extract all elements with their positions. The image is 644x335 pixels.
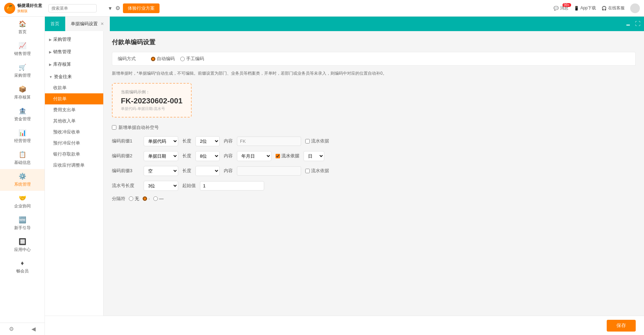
start-val-input[interactable] <box>200 181 264 190</box>
serial-len-select[interactable]: 3位 <box>144 181 178 191</box>
topbar-right: 💬 消息 99+ 📱 App下载 🎧 在线客服 <box>554 3 640 13</box>
dropdown-icon[interactable]: ▼ <box>108 6 113 11</box>
chevron-right-icon: ▶ <box>49 50 52 54</box>
sidebar-item-enterprise[interactable]: 🤝 企业协同 <box>0 191 45 213</box>
waterflow2-checkbox[interactable] <box>276 154 280 158</box>
sidebar-item-guide[interactable]: 🆕 新手引导 <box>0 213 45 234</box>
sidebar-item-basic[interactable]: 📋 基础信息 <box>0 147 45 169</box>
encode-method-label: 编码方式 <box>118 56 145 62</box>
sub-group-purchase: ▶ 采购管理 <box>45 34 103 45</box>
prefix1-select[interactable]: 单据代码 <box>144 136 178 146</box>
settings-icon[interactable]: ⚙ <box>115 5 120 11</box>
sub-sidebar: ▶ 采购管理 ▶ 销售管理 ▶ 库存核算 <box>45 31 104 316</box>
sep-dash-radio[interactable] <box>153 196 158 201</box>
chevron-down-icon: ▼ <box>49 75 52 79</box>
sidebar-bottom: ⚙ ◀ <box>0 323 45 335</box>
prefix3-select[interactable]: 空 <box>144 166 178 176</box>
sub-group-purchase-header[interactable]: ▶ 采购管理 <box>45 34 103 45</box>
sidebar-item-appstore[interactable]: 🔲 应用中心 <box>0 234 45 256</box>
sub-group-sales-header[interactable]: ▶ 销售管理 <box>45 46 103 57</box>
radio-manual-input[interactable] <box>180 57 185 61</box>
tab-minimize-icon[interactable]: 🗕 <box>625 21 631 27</box>
preview-box: 当前编码示例： FK-20230602-001 单据代码-单据日期-流水号 <box>112 83 192 118</box>
appstore-icon: 🔲 <box>19 238 26 245</box>
auto-fill-checkbox[interactable] <box>112 125 116 130</box>
content2-select[interactable]: 年月日 <box>237 151 271 161</box>
len1-select[interactable]: 2位 <box>195 136 220 146</box>
waterflow2-item: 流水依据 <box>276 153 299 159</box>
sub-item-pre-payment[interactable]: 预付冲应付单 <box>45 138 103 149</box>
logo-text: 畅捷通好生意 旗舰版 <box>17 3 42 13</box>
sep-none-radio[interactable] <box>129 196 133 201</box>
sub-item-payment[interactable]: 付款单 <box>45 93 103 104</box>
sidebar-settings-icon[interactable]: ⚙ <box>9 326 14 332</box>
tab-close-icon[interactable]: ✕ <box>100 21 104 26</box>
headset-icon: 🎧 <box>602 6 607 11</box>
sep-none-label[interactable]: 无 <box>129 196 139 202</box>
waterflow1-checkbox[interactable] <box>305 139 310 143</box>
auto-fill-row: 新增单据自动补空号 <box>112 124 636 131</box>
guide-icon: 🆕 <box>19 216 26 224</box>
mobile-icon: 📱 <box>574 6 579 11</box>
content2-label: 内容 <box>224 153 233 159</box>
home-icon: 🏠 <box>19 20 26 28</box>
prefix1-label: 编码前缀1 <box>112 138 140 144</box>
encode-method-bar: 编码方式 自动编码 手工编码 <box>112 52 636 66</box>
main-content: ▶ 采购管理 ▶ 销售管理 ▶ 库存核算 <box>45 31 644 316</box>
sidebar: 🏠 首页 📈 销售管理 🛒 采购管理 📦 库存核算 🏦 资金管理 📊 经营管理 … <box>0 17 45 335</box>
main-layout: 🏠 首页 📈 销售管理 🛒 采购管理 📦 库存核算 🏦 资金管理 📊 经营管理 … <box>0 17 644 335</box>
app-download-button[interactable]: 📱 App下载 <box>574 5 596 11</box>
sidebar-item-finance[interactable]: 🏦 资金管理 <box>0 104 45 125</box>
sidebar-collapse-icon[interactable]: ◀ <box>31 326 36 332</box>
sub-item-bank[interactable]: 银行存取款单 <box>45 149 103 160</box>
prefix2-select[interactable]: 单据日期 <box>144 151 178 161</box>
len2-select[interactable]: 8位 <box>195 151 220 161</box>
avatar[interactable] <box>630 3 640 13</box>
sep-dot-label[interactable]: · <box>143 196 150 201</box>
tab-encode-setting[interactable]: 单据编码设置 ✕ <box>65 17 110 31</box>
logo-icon: 🍊 <box>4 3 15 14</box>
sub-item-expense[interactable]: 费用支出单 <box>45 104 103 115</box>
waterflow2-day-select[interactable]: 日 月 年 <box>304 151 324 161</box>
radio-manual-encode[interactable]: 手工编码 <box>180 56 204 62</box>
sidebar-item-purchase[interactable]: 🛒 采购管理 <box>0 60 45 82</box>
sidebar-item-operations[interactable]: 📊 经营管理 <box>0 125 45 147</box>
member-icon: ♦️ <box>21 260 24 267</box>
len2-label: 长度 <box>182 153 191 159</box>
sep-dot-radio[interactable] <box>143 196 147 201</box>
sub-item-pre-receipt[interactable]: 预收冲应收单 <box>45 127 103 138</box>
waterflow3-item: 流水依据 <box>305 168 329 174</box>
sidebar-item-sales[interactable]: 📈 销售管理 <box>0 38 45 60</box>
sidebar-item-home[interactable]: 🏠 首页 <box>0 17 45 38</box>
save-button[interactable]: 保存 <box>607 320 636 332</box>
bottom-bar: 保存 <box>45 316 644 335</box>
enterprise-icon: 🤝 <box>19 194 26 202</box>
solution-button[interactable]: 体验行业方案 <box>123 3 160 13</box>
sub-group-capital-header[interactable]: ▼ 资金往来 <box>45 71 103 82</box>
separator-row: 分隔符 无 · — <box>112 196 636 202</box>
start-val-label: 起始值 <box>182 183 196 189</box>
waterflow3-checkbox[interactable] <box>305 169 310 173</box>
radio-auto-input[interactable] <box>151 57 155 61</box>
sidebar-item-member[interactable]: ♦️ 畅会员 <box>0 256 45 278</box>
sidebar-item-system[interactable]: ⚙️ 系统管理 <box>0 169 45 191</box>
form-row-prefix2: 编码前缀2 单据日期 长度 8位 内容 年月日 流水依据 <box>112 151 636 161</box>
serial-len-label: 流水号长度 <box>112 183 140 189</box>
sub-item-adjustment[interactable]: 应收应付调整单 <box>45 160 103 171</box>
sub-item-receipt[interactable]: 收款单 <box>45 82 103 93</box>
sep-dash-label[interactable]: — <box>153 196 164 201</box>
content-area: 首页 单据编码设置 ✕ 🗕 ⛶ ▶ 采购管理 <box>45 17 644 335</box>
message-button[interactable]: 💬 消息 99+ <box>554 5 568 11</box>
sub-item-other-income[interactable]: 其他收入单 <box>45 115 103 127</box>
sidebar-item-inventory[interactable]: 📦 库存核算 <box>0 82 45 104</box>
tab-home[interactable]: 首页 <box>45 17 65 31</box>
tab-maximize-icon[interactable]: ⛶ <box>635 21 641 27</box>
online-service-button[interactable]: 🎧 在线客服 <box>602 5 625 11</box>
sales-icon: 📈 <box>19 42 26 49</box>
form-row-prefix1: 编码前缀1 单据代码 长度 2位 内容 流水依据 <box>112 136 636 146</box>
sub-group-inventory-header[interactable]: ▶ 库存核算 <box>45 59 103 70</box>
sub-group-capital: ▼ 资金往来 收款单 付款单 费用支出单 其他收入单 预收冲应收单 预付冲应付单… <box>45 71 103 171</box>
radio-auto-encode[interactable]: 自动编码 <box>151 56 175 62</box>
search-input[interactable] <box>48 4 97 12</box>
len3-select[interactable] <box>195 166 220 176</box>
